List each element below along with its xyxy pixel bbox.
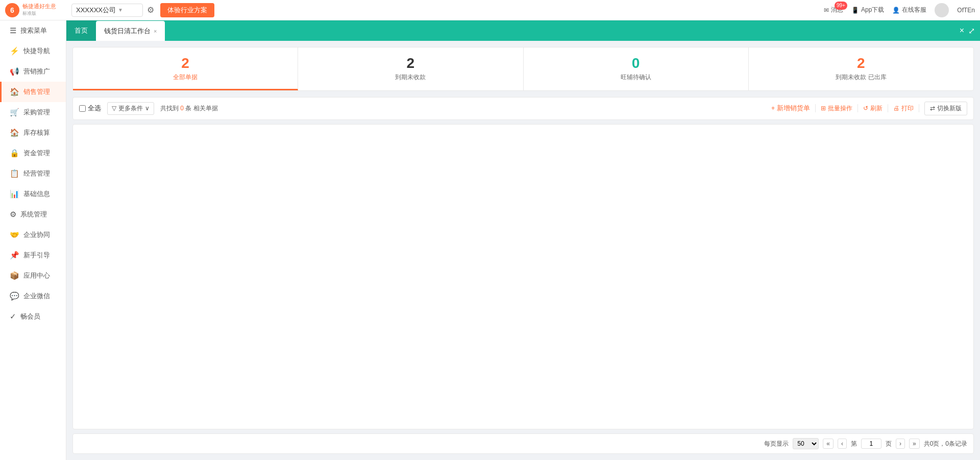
batch-operation-button[interactable]: ⊞ 批量操作: [821, 104, 852, 113]
first-page-button[interactable]: «: [823, 439, 834, 449]
message-badge: 99+: [835, 2, 847, 10]
sidebar-item-finance[interactable]: 🔒 资金管理: [0, 143, 66, 163]
total-text: 共0页，0条记录: [924, 440, 967, 448]
online-service-label: 在线客服: [902, 6, 926, 14]
sidebar-item-purchase[interactable]: 🛒 采购管理: [0, 102, 66, 123]
sidebar-item-inventory[interactable]: 🏠 库存核算: [0, 123, 66, 143]
stat-card-all[interactable]: 2 全部单据: [73, 47, 298, 90]
sidebar-label-search-menu: 搜索菜单: [20, 26, 47, 35]
online-service-button[interactable]: 👤 在线客服: [892, 6, 926, 14]
top-header: 6 畅捷通好生意 标准版 XXXXXX公司 ▼ ⚙ 体验行业方案 ✉ 消息 99…: [0, 0, 980, 20]
sidebar-item-quick-nav[interactable]: ⚡ 快捷导航: [0, 41, 66, 61]
sidebar-label-member: 畅会员: [20, 312, 40, 321]
sidebar-item-system[interactable]: ⚙ 系统管理: [0, 204, 66, 225]
wechat-icon: 💬: [10, 292, 19, 301]
tab-maximize-icon[interactable]: ⤢: [968, 26, 975, 36]
sidebar-label-finance: 资金管理: [23, 149, 50, 158]
refresh-icon: ↺: [863, 105, 868, 112]
select-all-checkbox[interactable]: 全选: [79, 104, 101, 113]
company-name: XXXXXX公司: [76, 6, 116, 15]
app-center-icon: 📦: [10, 271, 19, 280]
sidebar-item-search-menu[interactable]: ☰ 搜索菜单: [0, 20, 66, 41]
stat-card-overdue-out[interactable]: 2 到期未收款 已出库: [749, 47, 973, 90]
select-all-input[interactable]: [79, 105, 86, 112]
stat-label-overdue: 到期未收款: [308, 73, 512, 82]
avatar[interactable]: [935, 3, 949, 17]
per-page-label: 每页显示: [764, 440, 789, 448]
print-icon: 🖨: [893, 105, 899, 112]
divider4: [919, 104, 919, 112]
sidebar-item-member[interactable]: ✓ 畅会员: [0, 306, 66, 327]
system-icon: ⚙: [10, 210, 16, 219]
switch-version-button[interactable]: ⇄ 切换新版: [924, 102, 967, 115]
logo-icon: 6: [5, 3, 19, 17]
message-button[interactable]: ✉ 消息 99+: [824, 6, 843, 14]
sidebar-label-sales: 销售管理: [23, 87, 50, 96]
stat-number-all: 2: [83, 55, 287, 72]
batch-icon: ⊞: [821, 105, 826, 112]
sidebar-label-quick-nav: 快捷导航: [23, 46, 50, 56]
print-button[interactable]: 🖨 打印: [893, 104, 914, 113]
sidebar-item-marketing[interactable]: 📢 营销推广: [0, 61, 66, 82]
stat-card-wangwang[interactable]: 0 旺辅待确认: [524, 47, 749, 90]
tab-minimize-icon[interactable]: ×: [960, 26, 964, 35]
print-label: 打印: [901, 104, 914, 113]
tab-bar: 首页 钱货日清工作台 × × ⤢: [66, 20, 980, 41]
tab-workbench[interactable]: 钱货日清工作台 ×: [96, 21, 165, 41]
base-info-icon: 📊: [10, 189, 19, 199]
marketing-icon: 📢: [10, 67, 19, 76]
found-suffix: 条 相关单据: [185, 105, 217, 112]
divider: [815, 104, 816, 112]
logo-area: 6 畅捷通好生意 标准版: [5, 3, 71, 17]
sidebar-label-system: 系统管理: [20, 210, 47, 219]
page-suffix: 页: [886, 440, 892, 448]
more-conditions-label: 更多条件: [118, 104, 143, 113]
tab-bar-actions: × ⤢: [960, 26, 980, 36]
app-download-button[interactable]: 📱 App下载: [851, 6, 884, 14]
next-page-button[interactable]: ›: [896, 439, 905, 449]
found-count: 0: [180, 105, 184, 112]
tab-close-icon[interactable]: ×: [154, 28, 157, 34]
stat-number-wangwang: 0: [534, 55, 738, 72]
current-page-input[interactable]: [861, 439, 881, 449]
download-icon: 📱: [851, 7, 859, 14]
sidebar-item-enterprise[interactable]: 🤝 企业协同: [0, 225, 66, 245]
prev-page-button[interactable]: ‹: [838, 439, 847, 449]
sidebar-item-base-info[interactable]: 📊 基础信息: [0, 184, 66, 204]
sidebar-item-sales[interactable]: 🏠 销售管理: [0, 82, 66, 102]
refresh-button[interactable]: ↺ 刷新: [863, 104, 883, 113]
stats-row: 2 全部单据 2 到期未收款 0 旺辅待确认 2 到期未收款 已出库: [72, 47, 974, 91]
pagination-bar: 每页显示 50 20 100 « ‹ 第 页 › » 共0页，0条记录: [72, 433, 974, 454]
company-selector[interactable]: XXXXXX公司 ▼: [71, 4, 143, 17]
tab-workbench-label: 钱货日清工作台: [104, 27, 151, 36]
table-empty: [73, 125, 973, 429]
sidebar-item-app-center[interactable]: 📦 应用中心: [0, 265, 66, 286]
stat-label-wangwang: 旺辅待确认: [534, 73, 738, 82]
stat-number-overdue-out: 2: [759, 55, 963, 72]
page-label: 第: [851, 440, 857, 448]
select-all-label: 全选: [88, 104, 101, 113]
try-industry-button[interactable]: 体验行业方案: [160, 3, 214, 17]
header-right: ✉ 消息 99+ 📱 App下载 👤 在线客服 OfTEn: [824, 3, 975, 17]
last-page-button[interactable]: »: [909, 439, 920, 449]
sidebar-label-marketing: 营销推广: [23, 67, 50, 76]
refresh-label: 刷新: [870, 104, 883, 113]
quick-nav-icon: ⚡: [10, 46, 19, 56]
sidebar-label-operation: 经营管理: [23, 169, 50, 178]
add-sale-order-button[interactable]: + 新增销货单: [771, 104, 810, 113]
tab-home[interactable]: 首页: [66, 20, 96, 41]
logo-sub: 标准版: [22, 10, 56, 17]
sidebar-item-guide[interactable]: 📌 新手引导: [0, 245, 66, 265]
stat-label-all: 全部单据: [83, 73, 287, 82]
member-icon: ✓: [10, 312, 16, 321]
table-area: [72, 124, 974, 429]
sidebar-item-operation[interactable]: 📋 经营管理: [0, 163, 66, 184]
per-page-select[interactable]: 50 20 100: [793, 438, 819, 449]
sidebar: ☰ 搜索菜单 ⚡ 快捷导航 📢 营销推广 🏠 销售管理 🛒 采购管理 🏠 库存核…: [0, 20, 66, 460]
stat-number-overdue: 2: [308, 55, 512, 72]
stat-card-overdue[interactable]: 2 到期未收款: [298, 47, 523, 90]
user-name: OfTEn: [957, 7, 975, 14]
sidebar-item-wechat[interactable]: 💬 企业微信: [0, 286, 66, 306]
more-conditions-button[interactable]: ▽ 更多条件 ∨: [107, 102, 154, 115]
settings-icon[interactable]: ⚙: [147, 5, 154, 15]
